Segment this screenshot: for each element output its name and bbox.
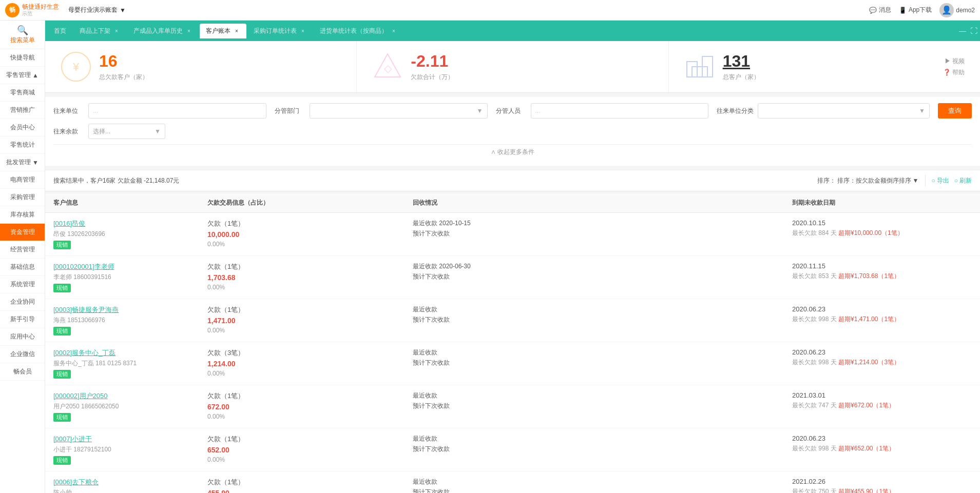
- debt-total-icon: ◇: [372, 51, 403, 82]
- sidebar-item-inventory[interactable]: 库存核算: [0, 206, 45, 224]
- sidebar-search[interactable]: 🔍 搜索菜单: [0, 21, 45, 49]
- header-customer: 客户信息: [53, 199, 207, 207]
- last-collection-1: 最近收款 2020-06-30: [413, 262, 471, 271]
- debt-percent-0: 0.00%: [207, 241, 413, 248]
- user-avatar[interactable]: 👤 demo2: [939, 3, 975, 17]
- balance-select[interactable]: 选择... ▼: [88, 124, 165, 139]
- overdue-days-5: 最长欠款 998 天: [792, 445, 837, 452]
- debt-amount-4[interactable]: 672.00: [207, 403, 413, 411]
- tab-home[interactable]: 首页: [48, 24, 72, 38]
- tab-close-finished-goods[interactable]: ×: [185, 27, 193, 34]
- sidebar-item-retail-mall[interactable]: 零售商城: [0, 84, 45, 102]
- svg-rect-6: [692, 67, 707, 77]
- sidebar-item-system[interactable]: 系统管理: [0, 276, 45, 293]
- tab-maximize-btn[interactable]: ⛶: [970, 27, 977, 35]
- sidebar-item-marketing[interactable]: 营销推广: [0, 102, 45, 119]
- sidebar-item-ecommerce[interactable]: 电商管理: [0, 171, 45, 189]
- table-row: [0016]昂俊 昂俊 13026203696 现销 欠款（1笔） 10,000…: [45, 213, 980, 256]
- customer-name-2[interactable]: [0003]畅捷服务尹海燕: [53, 305, 207, 314]
- customer-input[interactable]: ...: [88, 103, 266, 119]
- sidebar-item-basic-info[interactable]: 基础信息: [0, 259, 45, 276]
- sidebar-quick-nav[interactable]: 快捷导航: [0, 49, 45, 67]
- overdue-link-6[interactable]: 超期¥455.90（1笔）: [838, 488, 895, 493]
- debt-amount-5[interactable]: 652.00: [207, 446, 413, 454]
- collapse-filter-btn[interactable]: ∧ 收起更多条件: [53, 144, 972, 160]
- video-btn[interactable]: ▶ 视频: [945, 57, 965, 66]
- overdue-days-1: 最长欠款 853 天: [792, 272, 837, 280]
- overdue-link-5[interactable]: 超期¥652.00（1笔）: [838, 445, 895, 452]
- sort-btn[interactable]: 排序： 排序：按欠款金额倒序排序 ▼: [817, 176, 919, 185]
- store-selector[interactable]: 母婴行业演示账套 ▼: [64, 6, 130, 14]
- overdue-link-2[interactable]: 超期¥1,471.00（1笔）: [838, 315, 900, 323]
- tab-goods-stats[interactable]: 进货单统计表（按商品） ×: [314, 24, 403, 38]
- customer-contact-4: 用户2050 18665062050: [53, 402, 207, 411]
- overdue-link-3[interactable]: 超期¥1,214.00（3笔）: [838, 359, 900, 366]
- tab-finished-goods[interactable]: 产成品入库单历史 ×: [127, 24, 199, 38]
- refresh-btn[interactable]: ○ 刷新: [954, 176, 972, 185]
- app-subtitle: 示范: [22, 11, 59, 17]
- debt-amount-1[interactable]: 1,703.68: [207, 273, 413, 282]
- debt-amount-2[interactable]: 1,471.00: [207, 317, 413, 325]
- search-button[interactable]: 查询: [938, 103, 972, 119]
- overdue-link-4[interactable]: 超期¥672.00（1笔）: [838, 402, 895, 409]
- tab-close-customer-ledger[interactable]: ×: [233, 27, 240, 34]
- sidebar-item-member2[interactable]: 畅会员: [0, 363, 45, 381]
- debt-amount-3[interactable]: 1,214.00: [207, 360, 413, 368]
- table-row: [0002]服务中心_丁磊 服务中心_丁磊 181 0125 8371 现销 欠…: [45, 342, 980, 385]
- customer-name-4[interactable]: [000002]用户2050: [53, 391, 207, 401]
- sidebar-item-enterprise[interactable]: 企业协同: [0, 293, 45, 311]
- last-collection-0: 最近收款 2020-10-15: [413, 219, 471, 228]
- message-btn[interactable]: 💬 消息: [869, 6, 891, 14]
- tab-product-listing[interactable]: 商品上下架 ×: [73, 24, 126, 38]
- sidebar-item-purchase[interactable]: 采购管理: [0, 189, 45, 206]
- overdue-days-6: 最长欠款 750 天: [792, 488, 837, 493]
- sidebar-item-wholesale-mgmt[interactable]: 批发管理 ▼: [0, 154, 45, 171]
- category-select[interactable]: ▼: [758, 103, 930, 119]
- sidebar-item-app-center[interactable]: 应用中心: [0, 328, 45, 346]
- next-collection-6: 预计下次收款: [413, 488, 450, 493]
- due-date-1: 2020.11.15: [792, 262, 972, 270]
- customer-badge-3: 现销: [53, 370, 71, 379]
- debt-amount-6[interactable]: 455.90: [207, 489, 413, 493]
- sidebar-item-wechat[interactable]: 企业微信: [0, 346, 45, 363]
- sidebar-item-retail-mgmt[interactable]: 零售管理 ▲: [0, 67, 45, 84]
- overdue-link-1[interactable]: 超期¥1,703.68（1笔）: [838, 272, 900, 280]
- debt-percent-2: 0.00%: [207, 327, 413, 334]
- tab-close-purchase-stats[interactable]: ×: [299, 27, 306, 34]
- table-row: [0001020001]李老师 李老师 18600391516 现销 欠款（1笔…: [45, 256, 980, 299]
- tab-close-product-listing[interactable]: ×: [113, 27, 120, 34]
- overdue-link-0[interactable]: 超期¥10,000.00（1笔）: [838, 229, 904, 236]
- customer-name-5[interactable]: [0007]小进干: [53, 435, 207, 444]
- tab-bar: 首页 商品上下架 × 产成品入库单历史 × 客户账本 × 采购订单统计表 ×: [45, 21, 980, 41]
- customer-name-1[interactable]: [0001020001]李老师: [53, 262, 207, 271]
- last-collection-5: 最近收款: [413, 435, 437, 443]
- customer-name-3[interactable]: [0002]服务中心_丁磊: [53, 348, 207, 358]
- help-btn[interactable]: ❓ 帮助: [943, 68, 965, 77]
- export-btn[interactable]: ○ 导出: [932, 176, 949, 185]
- tab-customer-ledger[interactable]: 客户账本 ×: [200, 24, 246, 38]
- customer-contact-1: 李老师 18600391516: [53, 273, 207, 282]
- sidebar-item-newbie[interactable]: 新手引导: [0, 311, 45, 328]
- customer-name-0[interactable]: [0016]昂俊: [53, 219, 207, 228]
- overdue-days-4: 最长欠款 747 天: [792, 402, 837, 409]
- overdue-days-0: 最长欠款 884 天: [792, 229, 837, 236]
- table-row: [0003]畅捷服务尹海燕 海燕 18513066976 现销 欠款（1笔） 1…: [45, 299, 980, 342]
- debt-customers-value: 16: [99, 52, 148, 71]
- dept-select[interactable]: ▼: [310, 103, 488, 119]
- table-row: [0007]小进干 小进干 18279152100 现销 欠款（1笔） 652.…: [45, 428, 980, 471]
- tab-minimize-btn[interactable]: —: [959, 27, 966, 35]
- filter-manager: 分管人员 ...: [496, 103, 709, 119]
- sidebar-item-finance[interactable]: 资金管理: [0, 224, 45, 241]
- sidebar-item-member[interactable]: 会员中心: [0, 119, 45, 136]
- customer-name-6[interactable]: [0006]去下粮仓: [53, 478, 207, 487]
- app-download-btn[interactable]: 📱 App下载: [899, 6, 932, 14]
- customer-badge-1: 现销: [53, 284, 71, 292]
- debt-customers-label: 总欠款客户（家）: [99, 73, 148, 82]
- tab-purchase-stats[interactable]: 采购订单统计表 ×: [247, 24, 313, 38]
- sidebar-item-operations[interactable]: 经营管理: [0, 241, 45, 259]
- manager-input[interactable]: ...: [531, 103, 709, 119]
- due-date-3: 2020.06.23: [792, 348, 972, 356]
- tab-close-goods-stats[interactable]: ×: [390, 27, 397, 34]
- sidebar-item-retail-stats[interactable]: 零售统计: [0, 136, 45, 154]
- debt-amount-0[interactable]: 10,000.00: [207, 230, 413, 239]
